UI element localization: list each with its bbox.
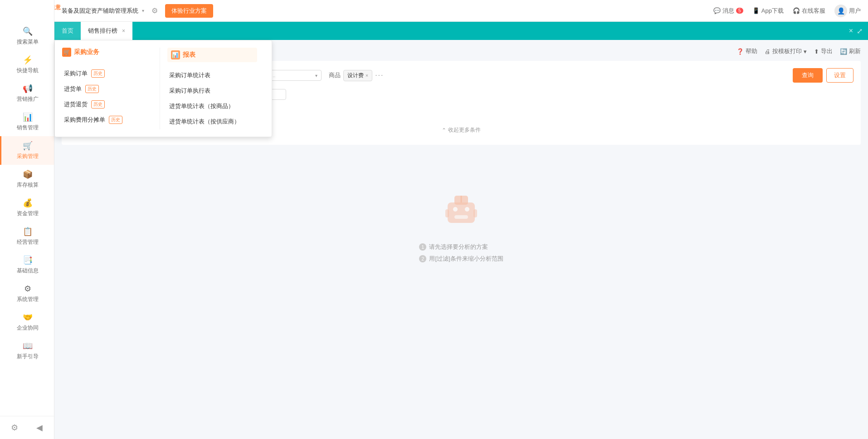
sidebar-collapse-button[interactable]: ◀	[29, 420, 51, 435]
header-right: 💬 消息 5 📱 App下载 🎧 在线客服 👤 用户	[713, 5, 861, 17]
tab-bar-actions: × ⤢	[849, 22, 868, 40]
dropdown-menu: 🛒 采购业务 采购订单历史进货单历史进货退货历史采购费用分摊单历史 📊 报表 采…	[54, 40, 272, 137]
purchase-section-title: 🛒 采购业务	[62, 48, 152, 60]
inventory-icon: 📦	[23, 169, 33, 179]
collapse-button[interactable]: ⌃ 收起更多条件	[442, 126, 481, 134]
expand-icon[interactable]: ⤢	[857, 27, 863, 35]
sidebar-item-basic-info[interactable]: 📑基础信息	[0, 251, 54, 279]
user-menu[interactable]: 👤 用户	[834, 5, 861, 17]
purchase-icon: 🛒	[62, 48, 71, 57]
operations-icon: 📋	[23, 227, 33, 237]
svg-rect-6	[445, 209, 449, 217]
enterprise-icon: 🤝	[23, 312, 33, 322]
menu-item-report-order-count[interactable]: 采购订单统计表	[167, 68, 258, 83]
export-icon: ⬆	[814, 48, 819, 55]
chevron-down-icon[interactable]: ▾	[142, 8, 144, 13]
top-header: 6 畅捷通好生意 标准版 装备及固定资产辅助管理系统 ▾ ⚙ 体验行业方案 💬 …	[0, 0, 868, 22]
empty-tips: 1 请先选择要分析的方案 2 用[过滤]条件来缩小分析范围	[419, 241, 503, 265]
goods-label: 商品	[329, 71, 341, 79]
gear-icon[interactable]: ⚙	[151, 6, 158, 15]
chevron-down-icon: ▾	[315, 73, 317, 78]
sidebar-item-sales[interactable]: 📊销售管理	[0, 108, 54, 136]
goods-tag: 设计费 ×	[343, 70, 372, 81]
goods-tag-close-icon[interactable]: ×	[366, 73, 368, 78]
system-title-text: 装备及固定资产辅助管理系统	[62, 7, 138, 15]
menu-item-purchase-expense[interactable]: 采购费用分摊单历史	[62, 112, 152, 128]
search-icon: 🔍	[23, 26, 33, 36]
refresh-button[interactable]: 🔄 刷新	[840, 47, 861, 55]
help-button[interactable]: ❓ 帮助	[736, 47, 757, 55]
svg-point-4	[465, 207, 469, 212]
system-title: 装备及固定资产辅助管理系统 ▾ ⚙	[62, 6, 158, 15]
sidebar-item-inventory[interactable]: 📦库存核算	[0, 165, 54, 193]
reports-menu-section: 📊 报表 采购订单统计表采购订单执行表进货单统计表（按商品）进货单统计表（按供应…	[160, 48, 265, 129]
tab-home-label: 首页	[62, 27, 73, 35]
message-badge: 5	[736, 8, 743, 14]
history-badge: 历史	[91, 100, 105, 109]
sidebar: 🔍搜索菜单⚡快捷导航📢营销推广📊销售管理🛒采购管理📦库存核算💰资金管理📋经营管理…	[0, 0, 54, 439]
print-icon: 🖨	[765, 48, 770, 55]
tab-bar: 首页 销售排行榜 × × ⤢	[54, 22, 868, 40]
svg-rect-0	[448, 202, 475, 223]
help-icon: ❓	[736, 48, 744, 55]
sidebar-item-marketing[interactable]: 📢营销推广	[0, 79, 54, 108]
reports-icon: 📊	[171, 50, 180, 59]
svg-point-3	[453, 207, 458, 212]
headset-icon: 🎧	[793, 7, 800, 14]
finance-icon: 💰	[23, 198, 33, 208]
sidebar-item-search[interactable]: 🔍搜索菜单	[0, 22, 54, 50]
message-icon: 💬	[713, 7, 721, 14]
doc-status-select[interactable]: ... ▾	[267, 70, 322, 81]
basic-info-icon: 📑	[23, 255, 33, 265]
reports-section-title: 📊 报表	[167, 48, 258, 62]
app-download-button[interactable]: 📱 App下载	[752, 7, 784, 15]
sidebar-item-enterprise[interactable]: 🤝企业协同	[0, 308, 54, 336]
sidebar-item-finance[interactable]: 💰资金管理	[0, 193, 54, 222]
svg-rect-5	[454, 215, 468, 219]
goods-more-icon[interactable]: ···	[375, 71, 384, 79]
menu-item-report-receipt-supplier[interactable]: 进货单统计表（按供应商）	[167, 114, 258, 129]
sidebar-item-purchase[interactable]: 🛒采购管理	[0, 136, 54, 165]
menu-item-purchase-receipt[interactable]: 进货单历史	[62, 81, 152, 97]
sidebar-bottom: ⚙ ◀	[0, 416, 54, 439]
phone-icon: 📱	[752, 7, 760, 14]
empty-tip-1: 1 请先选择要分析的方案	[419, 241, 503, 253]
guide-icon: 📖	[23, 341, 33, 351]
quick-nav-icon: ⚡	[23, 55, 33, 65]
export-button[interactable]: ⬆ 导出	[814, 47, 833, 55]
tab-sales-rank[interactable]: 销售排行榜 ×	[81, 22, 132, 40]
sales-icon: 📊	[23, 112, 33, 122]
setting-button[interactable]: 设置	[826, 68, 853, 83]
online-service-button[interactable]: 🎧 在线客服	[793, 7, 825, 15]
sidebar-item-operations[interactable]: 📋经营管理	[0, 222, 54, 251]
tab-close-icon[interactable]: ×	[122, 28, 125, 34]
sidebar-item-system[interactable]: ⚙系统管理	[0, 279, 54, 308]
query-button[interactable]: 查询	[793, 68, 823, 83]
empty-state: 1 请先选择要分析的方案 2 用[过滤]条件来缩小分析范围	[62, 150, 861, 301]
sidebar-settings-button[interactable]: ⚙	[4, 420, 25, 435]
message-button[interactable]: 💬 消息 5	[713, 7, 743, 15]
goods-filter: 商品 设计费 × ···	[329, 70, 384, 81]
menu-item-purchase-order[interactable]: 采购订单历史	[62, 66, 152, 81]
avatar: 👤	[834, 5, 847, 17]
tab-sales-rank-label: 销售排行榜	[88, 27, 117, 35]
tab-home[interactable]: 首页	[54, 22, 81, 40]
menu-item-purchase-return[interactable]: 进货退货历史	[62, 97, 152, 112]
menu-item-report-order-exec[interactable]: 采购订单执行表	[167, 83, 258, 99]
close-window-icon[interactable]: ×	[849, 27, 853, 35]
sidebar-item-quick-nav[interactable]: ⚡快捷导航	[0, 50, 54, 79]
history-badge: 历史	[85, 85, 99, 93]
purchase-menu-section: 🛒 采购业务 采购订单历史进货单历史进货退货历史采购费用分摊单历史	[62, 48, 160, 129]
chevron-up-icon: ⌃	[442, 127, 446, 133]
system-icon: ⚙	[24, 284, 31, 294]
menu-item-report-receipt-goods[interactable]: 进货单统计表（按商品）	[167, 99, 258, 114]
print-button[interactable]: 🖨 按模板打印 ▾	[765, 47, 807, 55]
history-badge: 历史	[91, 69, 105, 78]
marketing-icon: 📢	[23, 84, 33, 94]
svg-rect-7	[473, 209, 477, 217]
solution-button[interactable]: 体验行业方案	[165, 4, 213, 18]
print-arrow-icon[interactable]: ▾	[804, 48, 807, 55]
purchase-icon: 🛒	[23, 141, 33, 151]
filter-actions: 查询 设置	[793, 68, 853, 83]
sidebar-item-guide[interactable]: 📖新手引导	[0, 336, 54, 365]
